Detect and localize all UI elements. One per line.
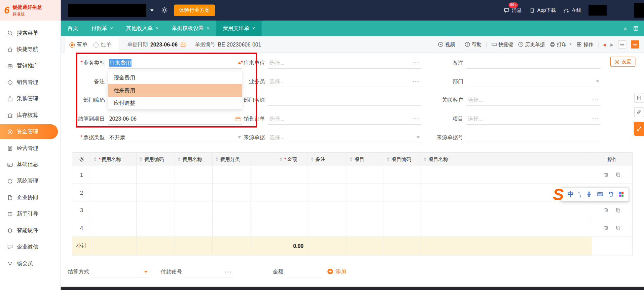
prev-icon[interactable]: ◀	[603, 42, 606, 46]
table-cell[interactable]	[175, 184, 213, 202]
tab-template-settings[interactable]: 单据模板设置×	[165, 21, 216, 36]
table-cell[interactable]	[308, 166, 347, 184]
sidebar-item-member[interactable]: 畅会员	[0, 255, 60, 271]
counterparty-field[interactable]: 选择...···	[268, 57, 421, 69]
expand-tool-button[interactable]	[634, 122, 644, 136]
col-header-expense-category[interactable]: 费用分类	[213, 153, 250, 166]
sort-icon[interactable]	[280, 157, 282, 161]
col-header-project-name[interactable]: 项目名称	[421, 153, 592, 166]
salesperson-field[interactable]: 选择...···	[268, 76, 421, 87]
table-cell[interactable]	[384, 219, 421, 237]
table-cell[interactable]	[213, 184, 250, 202]
skin-icon[interactable]	[608, 191, 615, 198]
online-service-button[interactable]: 在线	[563, 7, 581, 14]
table-cell[interactable]	[251, 201, 308, 219]
sort-icon[interactable]	[350, 157, 352, 161]
settle-method-field[interactable]	[93, 266, 149, 278]
attachment-tool-button[interactable]	[634, 107, 644, 117]
sidebar-item-base-info[interactable]: 基础信息	[0, 156, 60, 173]
ime-menu-icon[interactable]	[619, 192, 623, 196]
close-icon[interactable]: ×	[252, 26, 255, 31]
sort-icon[interactable]	[94, 157, 97, 161]
col-header-expense-name[interactable]: *费用名称	[91, 153, 137, 166]
chevron-down-icon[interactable]	[150, 9, 154, 11]
table-cell[interactable]	[308, 184, 347, 202]
delete-icon[interactable]	[603, 225, 609, 231]
sidebar-item-search-menu[interactable]: 搜索菜单	[0, 25, 60, 41]
sort-icon[interactable]	[387, 157, 389, 161]
sidebar-item-inventory[interactable]: 库存核算	[0, 107, 60, 124]
table-cell[interactable]	[251, 166, 308, 184]
col-header-expense-name2[interactable]: 费用名称	[175, 153, 213, 166]
table-cell[interactable]	[384, 166, 421, 184]
table-cell[interactable]	[213, 166, 250, 184]
sidebar-item-beginner-guide[interactable]: 新手引导	[0, 206, 60, 222]
close-icon[interactable]: ×	[156, 26, 159, 31]
sidebar-item-quick-nav[interactable]: 快捷导航	[0, 41, 60, 58]
table-cell[interactable]	[347, 184, 384, 202]
ime-punctuation-toggle[interactable]: ’,	[578, 191, 581, 197]
close-icon[interactable]: ×	[110, 26, 113, 31]
sort-icon[interactable]	[140, 157, 142, 161]
table-cell[interactable]	[137, 166, 175, 184]
table-cell[interactable]	[308, 219, 347, 237]
table-cell[interactable]	[91, 184, 137, 202]
microphone-icon[interactable]	[586, 191, 593, 198]
copy-icon[interactable]	[615, 225, 621, 231]
sidebar-item-smart-hardware[interactable]: 智能硬件	[0, 222, 60, 239]
table-cell[interactable]	[347, 166, 384, 184]
doc-date-value[interactable]: 2023-06-06	[150, 41, 178, 47]
app-download-button[interactable]: App下载	[529, 7, 556, 14]
col-header-amount[interactable]: *金额	[251, 153, 308, 166]
view-detail-button[interactable]	[631, 40, 639, 49]
sidebar-item-operations[interactable]: 经营管理	[0, 140, 60, 156]
sidebar-item-funds[interactable]: 资金管理	[0, 124, 58, 139]
ellipsis-icon[interactable]: ···	[592, 97, 599, 103]
source-doc-no-field[interactable]	[466, 132, 600, 143]
table-cell[interactable]	[421, 219, 592, 237]
sort-icon[interactable]	[216, 157, 218, 161]
table-settings-cell[interactable]	[72, 153, 91, 166]
calendar-icon[interactable]	[180, 41, 186, 47]
department-field[interactable]	[466, 76, 600, 87]
dropdown-option-payable-adjust[interactable]: 应付调整	[108, 97, 242, 109]
table-cell[interactable]	[251, 219, 308, 237]
sidebar-item-purchase[interactable]: 采购管理	[0, 91, 60, 107]
tab-list-icon[interactable]	[633, 26, 639, 31]
payment-account-field[interactable]: ···	[185, 266, 233, 278]
sort-icon[interactable]	[178, 157, 180, 161]
sidebar-item-system[interactable]: 系统管理	[0, 173, 60, 189]
table-cell[interactable]	[213, 219, 250, 237]
table-cell[interactable]	[384, 201, 421, 219]
table-cell[interactable]	[175, 201, 213, 219]
copy-icon[interactable]	[615, 172, 621, 178]
tab-home[interactable]: 首页	[61, 21, 85, 36]
close-icon[interactable]: ×	[207, 26, 210, 31]
brand[interactable]: 6 畅捷通好生意 标准版	[0, 0, 61, 21]
red-doc-radio[interactable]: 红单	[93, 41, 111, 49]
col-header-project[interactable]: 项目	[347, 153, 384, 166]
col-header-expense-code[interactable]: 费用编码	[137, 153, 175, 166]
table-cell[interactable]	[384, 184, 421, 202]
keyboard-icon[interactable]	[597, 191, 604, 198]
sidebar-item-wecom[interactable]: 企业微信	[0, 238, 60, 255]
ellipsis-icon[interactable]: ···	[413, 116, 420, 122]
source-doc-field[interactable]: 选择...	[268, 132, 421, 143]
operations-button[interactable]: 操作	[576, 41, 593, 48]
ime-language-toggle[interactable]: 中	[568, 190, 574, 198]
help-button[interactable]: ?帮助	[464, 41, 481, 48]
department-name-field[interactable]	[268, 94, 421, 106]
dropdown-option-cash-expense[interactable]: 现金费用	[108, 71, 242, 84]
delete-icon[interactable]	[603, 172, 609, 178]
table-cell[interactable]	[251, 184, 308, 202]
table-cell[interactable]	[421, 201, 592, 219]
col-header-project-code[interactable]: 项目编码	[384, 153, 421, 166]
sales-order-field[interactable]: 选择...···	[268, 113, 421, 125]
table-cell[interactable]	[91, 166, 137, 184]
view-list-button[interactable]	[618, 40, 626, 49]
table-cell[interactable]	[91, 201, 137, 219]
settings-button[interactable]: 设置	[610, 57, 635, 67]
table-cell[interactable]	[175, 166, 213, 184]
related-customer-field[interactable]: 选择...···	[466, 94, 600, 106]
sidebar-item-marketing[interactable]: 营销推广	[0, 58, 60, 74]
